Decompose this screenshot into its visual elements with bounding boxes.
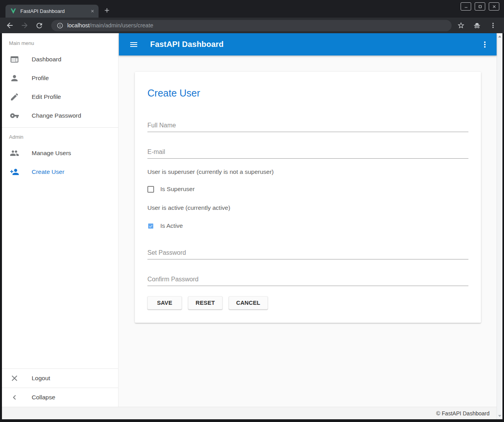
sidebar-item-logout[interactable]: Logout — [2, 369, 118, 388]
sidebar-item-label: Logout — [32, 375, 50, 382]
email-input[interactable] — [147, 147, 468, 159]
browser-titlebar: FastAPI Dashboard — [0, 0, 504, 18]
person-icon — [10, 73, 19, 83]
copyright-text: © FastAPI Dashboard — [436, 410, 490, 417]
create-user-card: Create User User is superuser (currently… — [135, 72, 481, 323]
key-icon — [10, 111, 19, 120]
browser-tab[interactable]: FastAPI Dashboard — [5, 5, 99, 18]
minimize-icon[interactable] — [461, 2, 471, 11]
window-controls — [461, 2, 499, 11]
url-text: localhost/main/admin/users/create — [67, 22, 153, 29]
close-icon — [10, 374, 19, 383]
sidebar-item-profile[interactable]: Profile — [2, 69, 118, 88]
tab-close-icon[interactable] — [90, 9, 95, 13]
save-button[interactable]: SAVE — [147, 296, 182, 309]
window-close-icon[interactable] — [489, 2, 499, 11]
maximize-icon[interactable] — [475, 2, 485, 11]
url-path: /main/admin/users/create — [90, 22, 153, 29]
full-name-input[interactable] — [147, 120, 468, 132]
full-name-field-wrap — [147, 120, 468, 132]
site-info-icon[interactable] — [57, 22, 63, 29]
page-footer: © FastAPI Dashboard — [2, 407, 497, 419]
is-superuser-label: Is Superuser — [160, 186, 195, 193]
appbar-more-icon[interactable] — [480, 40, 490, 49]
set-password-input[interactable] — [147, 248, 468, 259]
sidebar-item-label: Dashboard — [32, 56, 61, 63]
pencil-icon — [10, 92, 19, 102]
confirm-password-input[interactable] — [147, 274, 468, 286]
reload-icon[interactable] — [35, 21, 43, 30]
sidebar-item-manage-users[interactable]: Manage Users — [2, 144, 118, 163]
chevron-left-icon — [10, 393, 19, 402]
tab-title: FastAPI Dashboard — [20, 8, 88, 14]
sidebar-main-header: Main menu — [2, 33, 118, 50]
web-page: Main menu Dashboard Profile Edit Profile… — [2, 33, 502, 419]
sidebar-item-label: Manage Users — [32, 150, 71, 157]
email-field-wrap — [147, 147, 468, 159]
reset-button[interactable]: RESET — [188, 296, 222, 309]
address-bar[interactable]: localhost/main/admin/users/create — [51, 20, 452, 31]
browser-toolbar: localhost/main/admin/users/create — [0, 18, 504, 33]
is-superuser-checkbox-row[interactable]: Is Superuser — [147, 184, 468, 194]
sidebar-divider — [2, 127, 118, 128]
app-toolbar: FastAPI Dashboard — [119, 33, 497, 55]
sidebar: Main menu Dashboard Profile Edit Profile… — [2, 33, 118, 407]
app-title: FastAPI Dashboard — [150, 40, 224, 49]
is-active-label: Is Active — [160, 222, 183, 229]
sidebar-item-label: Edit Profile — [32, 93, 61, 100]
person-add-icon — [10, 167, 19, 177]
sidebar-admin-header: Admin — [2, 130, 118, 144]
sidebar-item-dashboard[interactable]: Dashboard — [2, 50, 118, 69]
url-host: localhost — [67, 22, 90, 29]
cancel-button[interactable]: CANCEL — [229, 296, 268, 309]
scrollbar-up-icon[interactable] — [498, 36, 501, 38]
active-note: User is active (currently active) — [147, 204, 468, 212]
sidebar-item-create-user[interactable]: Create User — [2, 163, 118, 181]
is-active-checkbox-row[interactable]: Is Active — [147, 221, 468, 231]
incognito-icon — [473, 21, 481, 30]
sidebar-item-label: Collapse — [32, 394, 55, 401]
bookmark-star-icon[interactable] — [457, 21, 465, 29]
sidebar-item-change-password[interactable]: Change Password — [2, 106, 118, 125]
page-title: Create User — [147, 87, 468, 99]
superuser-note: User is superuser (currently is not a su… — [147, 168, 468, 176]
set-password-field-wrap — [147, 248, 468, 259]
sidebar-item-collapse[interactable]: Collapse — [2, 388, 118, 407]
is-superuser-checkbox[interactable] — [147, 186, 154, 193]
web-icon — [10, 55, 19, 64]
sidebar-spacer — [2, 181, 118, 368]
vue-favicon-icon — [10, 8, 16, 14]
sidebar-item-label: Change Password — [32, 112, 81, 119]
main-area: FastAPI Dashboard Create User User is su… — [119, 33, 497, 407]
sidebar-item-label: Profile — [32, 75, 49, 82]
back-icon[interactable] — [5, 21, 14, 30]
confirm-password-field-wrap — [147, 274, 468, 286]
hamburger-menu-icon[interactable] — [129, 40, 138, 49]
people-icon — [10, 148, 19, 158]
new-tab-icon[interactable] — [103, 7, 111, 14]
sidebar-item-edit-profile[interactable]: Edit Profile — [2, 88, 118, 106]
browser-menu-icon[interactable] — [489, 21, 497, 29]
forward-icon[interactable] — [20, 21, 29, 30]
form-actions: SAVE RESET CANCEL — [147, 296, 468, 309]
scrollbar-down-icon[interactable] — [498, 415, 501, 417]
is-active-checkbox[interactable] — [147, 223, 154, 229]
page-scrollbar[interactable] — [497, 33, 502, 419]
sidebar-item-label: Create User — [32, 168, 65, 175]
